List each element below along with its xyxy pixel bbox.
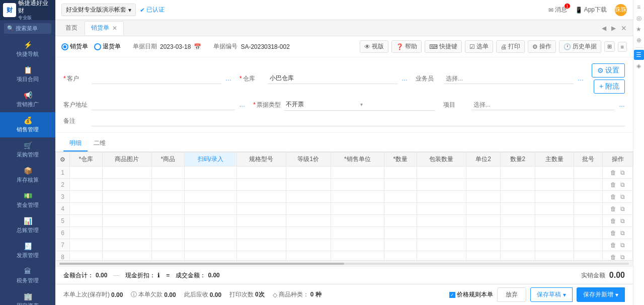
row-batch[interactable]: [574, 227, 603, 239]
shortcut-button[interactable]: ⌨ 快捷键: [425, 40, 462, 53]
row-batch-import[interactable]: [184, 167, 236, 179]
row-copy-icon[interactable]: ⧉: [620, 169, 625, 176]
row-warehouse[interactable]: [70, 167, 103, 179]
row-warehouse[interactable]: [70, 179, 103, 191]
row-batch[interactable]: [574, 203, 603, 215]
calendar-icon[interactable]: 📅: [194, 43, 201, 50]
row-unit2[interactable]: [466, 215, 500, 227]
row-price1[interactable]: [286, 191, 331, 203]
sidebar-nav-item-inventory[interactable]: 📦 库存核算: [0, 163, 55, 188]
search-menu-button[interactable]: 🔍 搜索菜单: [4, 23, 51, 34]
row-price1[interactable]: [286, 203, 331, 215]
layout-grid-button[interactable]: ⊞: [604, 41, 615, 52]
tab-prev-button[interactable]: ◀: [600, 23, 608, 33]
row-unit[interactable]: [331, 251, 384, 261]
row-qty2[interactable]: [501, 191, 535, 203]
row-pack-qty[interactable]: [417, 203, 466, 215]
row-copy-icon[interactable]: ⧉: [620, 242, 625, 249]
staff-search-btn[interactable]: …: [578, 75, 584, 82]
row-batch[interactable]: [574, 167, 603, 179]
row-warehouse[interactable]: [70, 203, 103, 215]
row-qty[interactable]: [384, 203, 417, 215]
row-batch[interactable]: [574, 191, 603, 203]
radio-return-order[interactable]: 退货单: [94, 42, 121, 51]
horizontal-scrollbar[interactable]: [55, 260, 633, 266]
abandon-button[interactable]: 放弃: [497, 287, 526, 302]
rt-btn-4[interactable]: ⊕: [634, 35, 644, 45]
row-price1[interactable]: [286, 239, 331, 251]
row-spec[interactable]: [236, 239, 286, 251]
row-price1[interactable]: [286, 227, 331, 239]
row-batch[interactable]: [574, 251, 603, 261]
rt-btn-3[interactable]: ★: [634, 24, 644, 34]
row-qty2[interactable]: [501, 227, 535, 239]
print-button[interactable]: 🖨 打印: [496, 40, 525, 53]
address-search-btn[interactable]: …: [239, 101, 245, 108]
row-unit[interactable]: [331, 167, 384, 179]
row-qty2[interactable]: [501, 179, 535, 191]
row-unit[interactable]: [331, 215, 384, 227]
row-spec[interactable]: [236, 191, 286, 203]
row-qty[interactable]: [384, 215, 417, 227]
project-search-btn[interactable]: …: [619, 101, 625, 108]
row-unit[interactable]: [331, 203, 384, 215]
operation-button[interactable]: ⚙ 操作: [528, 40, 556, 53]
row-product[interactable]: [151, 203, 184, 215]
row-main-qty[interactable]: [535, 179, 574, 191]
row-pack-qty[interactable]: [417, 191, 466, 203]
row-batch[interactable]: [574, 215, 603, 227]
messages-button[interactable]: ✉ 消息 1: [548, 6, 567, 14]
row-warehouse[interactable]: [70, 239, 103, 251]
settings-button[interactable]: ⚙ 设置: [592, 63, 625, 78]
staff-input[interactable]: [444, 73, 574, 84]
row-unit2[interactable]: [466, 167, 500, 179]
row-copy-icon[interactable]: ⧉: [620, 205, 625, 212]
row-spec[interactable]: [236, 227, 286, 239]
row-qty2[interactable]: [501, 251, 535, 261]
remark-input[interactable]: [92, 116, 625, 126]
row-main-qty[interactable]: [535, 215, 574, 227]
row-unit[interactable]: [331, 227, 384, 239]
tab-close-all-button[interactable]: ✕: [619, 23, 629, 33]
rt-btn-2[interactable]: ◎: [634, 13, 644, 23]
help-button[interactable]: ❓ 帮助: [391, 40, 422, 53]
row-price1[interactable]: [286, 215, 331, 227]
row-batch-import[interactable]: [184, 191, 236, 203]
row-spec[interactable]: [236, 251, 286, 261]
warehouse-input[interactable]: [268, 73, 397, 84]
row-unit2[interactable]: [466, 239, 500, 251]
row-qty2[interactable]: [501, 239, 535, 251]
radio-sale-order[interactable]: 销货单: [61, 42, 88, 51]
sidebar-nav-item-assets[interactable]: 🏢 固定资产: [0, 288, 55, 305]
row-batch-import[interactable]: [184, 251, 236, 261]
tab-next-button[interactable]: ▶: [609, 23, 618, 33]
row-qty[interactable]: [384, 167, 417, 179]
rt-btn-1[interactable]: ≡: [634, 2, 644, 12]
select-button[interactable]: ☑ 选单: [465, 40, 493, 53]
tab-close-icon[interactable]: ✕: [112, 25, 117, 32]
row-qty[interactable]: [384, 179, 417, 191]
row-qty[interactable]: [384, 191, 417, 203]
row-delete-icon[interactable]: 🗑: [610, 230, 616, 237]
row-delete-icon[interactable]: 🗑: [610, 205, 616, 212]
row-product[interactable]: [151, 179, 184, 191]
row-delete-icon[interactable]: 🗑: [610, 193, 616, 200]
address-input[interactable]: [92, 100, 235, 110]
row-qty2[interactable]: [501, 167, 535, 179]
row-pack-qty[interactable]: [417, 251, 466, 261]
row-main-qty[interactable]: [535, 227, 574, 239]
sidebar-nav-item-marketing[interactable]: 📢 营销推广: [0, 87, 55, 112]
row-unit[interactable]: [331, 191, 384, 203]
row-batch-import[interactable]: [184, 203, 236, 215]
row-unit2[interactable]: [466, 191, 500, 203]
row-spec[interactable]: [236, 203, 286, 215]
row-qty2[interactable]: [501, 215, 535, 227]
row-copy-icon[interactable]: ⧉: [620, 217, 625, 224]
row-delete-icon[interactable]: 🗑: [610, 254, 616, 261]
project-input[interactable]: [471, 100, 615, 110]
row-delete-icon[interactable]: 🗑: [610, 181, 616, 188]
row-delete-icon[interactable]: 🗑: [610, 169, 616, 176]
row-price1[interactable]: [286, 251, 331, 261]
save-new-button[interactable]: 保存并新增 ▾: [577, 287, 625, 302]
warehouse-search-btn[interactable]: …: [401, 75, 408, 82]
